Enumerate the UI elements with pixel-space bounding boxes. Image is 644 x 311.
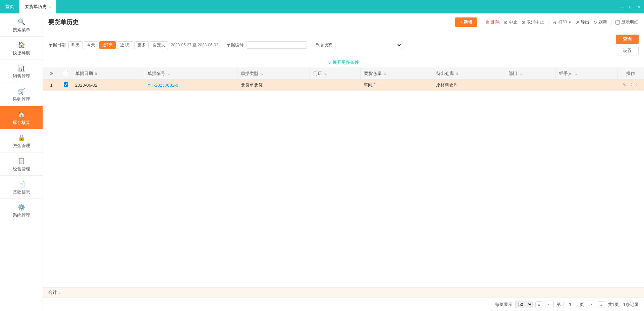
date-btn-1month[interactable]: 近1月 — [117, 41, 133, 49]
print-button[interactable]: 🖨 打印 ▼ — [552, 19, 572, 25]
date-btn-more[interactable]: 更多 — [135, 41, 149, 49]
sidebar-item-inventory-label: 库存核算 — [13, 120, 30, 126]
page-title: 要货单历史 — [48, 18, 455, 26]
export-button[interactable]: ↗ 导出 — [576, 19, 589, 25]
col-bill-type[interactable]: 单据类型 ⇅ — [237, 68, 310, 80]
col-settings[interactable]: ⚙ — [43, 68, 60, 80]
per-page-select[interactable]: 10 20 50 100 — [515, 301, 533, 308]
col-bill-number-sort-icon: ⇅ — [167, 72, 170, 76]
row-department — [505, 80, 556, 91]
delete-button[interactable]: 🗑 删除 — [485, 19, 500, 25]
suspend-icon: ⊘ — [504, 20, 507, 25]
col-store[interactable]: 门店 ⇅ — [310, 68, 361, 80]
delete-label: 删除 — [491, 19, 500, 25]
col-ops: 操作 — [617, 68, 644, 80]
maximize-button[interactable]: □ — [630, 4, 632, 9]
top-bar-right: — □ × — [620, 4, 644, 9]
table-header-row: ⚙ 单据日期 ⇅ 单据编号 ⇅ — [43, 68, 644, 80]
date-buttons: 昨天 今天 近7天 近1月 更多 自定义 — [68, 41, 168, 49]
row-checkbox[interactable] — [64, 82, 68, 87]
show-detail-checkbox[interactable] — [615, 20, 620, 25]
date-btn-custom[interactable]: 自定义 — [150, 41, 168, 49]
toolbar-divider-3 — [611, 19, 611, 25]
col-pending-warehouse-label: 待出仓库 — [436, 71, 454, 76]
row-check[interactable] — [60, 80, 72, 91]
bill-status-select[interactable] — [335, 41, 402, 49]
refresh-label: 刷新 — [598, 19, 607, 25]
expand-more-btn[interactable]: ∨ 展开更多条件 — [48, 58, 639, 68]
export-label: 导出 — [581, 19, 589, 25]
page-label: 第 — [556, 302, 561, 308]
toolbar-divider-2 — [548, 19, 548, 25]
last-page-button[interactable]: » — [598, 301, 605, 308]
prev-page-button[interactable]: ＜ — [545, 301, 554, 308]
toolbar: + 新增 🗑 删除 ⊘ 中止 ⊘ 取消中止 🖨 打印 — [455, 17, 639, 27]
purchase-mgmt-icon: 🛒 — [18, 88, 25, 95]
more-ops-icon[interactable]: ⋮⋮ — [629, 82, 639, 88]
tab-close-icon[interactable]: × — [49, 4, 51, 9]
sidebar-item-system-mgmt[interactable]: ⚙️ 系统管理 — [0, 199, 43, 222]
new-button[interactable]: + 新增 — [455, 17, 477, 27]
col-req-warehouse[interactable]: 要货仓库 ⇅ — [360, 68, 433, 80]
sidebar-item-finance-mgmt-label: 资金管理 — [13, 143, 30, 149]
bill-number-link[interactable]: YH-20230602-0 — [148, 83, 178, 88]
bill-number-input[interactable] — [247, 41, 307, 49]
tab-home[interactable]: 首页 — [0, 0, 19, 13]
sidebar-item-search-menu-label: 搜索菜单 — [13, 27, 30, 33]
suspend-button[interactable]: ⊘ 中止 — [504, 19, 518, 25]
expand-more-label: 展开更多条件 — [333, 59, 359, 65]
bill-status-label: 单据状态 — [315, 42, 332, 48]
sidebar-item-sales-mgmt[interactable]: 📊 销售管理 — [0, 60, 43, 83]
col-bill-type-sort-icon: ⇅ — [260, 72, 263, 76]
row-index: 1 — [43, 80, 60, 91]
edit-icon[interactable]: ✎ — [622, 82, 627, 88]
settings-gear-icon[interactable]: ⚙ — [49, 71, 53, 76]
page-number-input[interactable] — [564, 301, 577, 308]
minimize-button[interactable]: — — [620, 4, 624, 9]
sidebar: 🔍 搜索菜单 🏠 快捷导航 📊 销售管理 🛒 采购管理 🏠 库存核算 🔒 资金管… — [0, 13, 43, 311]
sidebar-item-system-mgmt-label: 系统管理 — [13, 212, 30, 218]
settings-button[interactable]: 设置 — [616, 46, 639, 55]
next-page-button[interactable]: ＞ — [587, 301, 595, 308]
filter-row-1: 单据日期 昨天 今天 近7天 近1月 更多 自定义 2023-05-27 至 2… — [48, 35, 639, 55]
col-pending-warehouse[interactable]: 待出仓库 ⇅ — [433, 68, 505, 80]
filter-area: 单据日期 昨天 今天 近7天 近1月 更多 自定义 2023-05-27 至 2… — [43, 31, 644, 68]
date-btn-yesterday[interactable]: 昨天 — [68, 41, 83, 49]
col-bill-date[interactable]: 单据日期 ⇅ — [72, 68, 144, 80]
col-department[interactable]: 部门 ⇅ — [505, 68, 556, 80]
col-bill-number-label: 单据编号 — [148, 71, 165, 76]
quick-nav-icon: 🏠 — [18, 41, 25, 49]
first-page-button[interactable]: « — [535, 301, 542, 308]
row-handler — [556, 80, 617, 91]
toolbar-divider-1 — [481, 19, 481, 25]
tab-requisition-history[interactable]: 要货单历史 × — [19, 0, 56, 13]
sidebar-item-purchase-mgmt[interactable]: 🛒 采购管理 — [0, 83, 43, 106]
cancel-suspend-button[interactable]: ⊘ 取消中止 — [522, 19, 544, 25]
col-bill-date-sort-icon: ⇅ — [95, 72, 97, 76]
sidebar-item-operations-mgmt-label: 经营管理 — [13, 166, 30, 172]
row-bill-number[interactable]: YH-20230602-0 — [144, 80, 237, 91]
page-header: 要货单历史 + 新增 🗑 删除 ⊘ 中止 ⊘ 取消中止 🖨 — [43, 13, 644, 31]
main-layout: 🔍 搜索菜单 🏠 快捷导航 📊 销售管理 🛒 采购管理 🏠 库存核算 🔒 资金管… — [0, 13, 644, 311]
sidebar-item-search-menu[interactable]: 🔍 搜索菜单 — [0, 13, 43, 37]
sidebar-item-basic-info[interactable]: 📄 基础信息 — [0, 176, 43, 199]
date-btn-today[interactable]: 今天 — [84, 41, 98, 49]
sidebar-item-quick-nav-label: 快捷导航 — [13, 50, 30, 56]
col-bill-number[interactable]: 单据编号 ⇅ — [144, 68, 237, 80]
page-suffix: 页 — [580, 302, 584, 308]
col-handler[interactable]: 经手人 ⇅ — [556, 68, 617, 80]
select-all-checkbox[interactable] — [64, 71, 68, 75]
sidebar-item-inventory[interactable]: 🏠 库存核算 — [0, 106, 43, 129]
sidebar-item-finance-mgmt[interactable]: 🔒 资金管理 — [0, 129, 43, 152]
sidebar-item-operations-mgmt[interactable]: 📋 经营管理 — [0, 152, 43, 176]
close-window-button[interactable]: × — [637, 4, 640, 9]
print-label: 打印 — [558, 19, 567, 25]
sidebar-item-sales-mgmt-label: 销售管理 — [13, 73, 30, 79]
show-detail-button[interactable]: 显示明细 — [615, 19, 639, 25]
sidebar-item-quick-nav[interactable]: 🏠 快捷导航 — [0, 37, 43, 60]
refresh-button[interactable]: ↻ 刷新 — [593, 19, 607, 25]
query-button[interactable]: 查询 — [616, 35, 639, 44]
date-btn-7days[interactable]: 近7天 — [99, 41, 116, 49]
refresh-icon: ↻ — [593, 20, 597, 25]
col-store-label: 门店 — [313, 71, 322, 76]
